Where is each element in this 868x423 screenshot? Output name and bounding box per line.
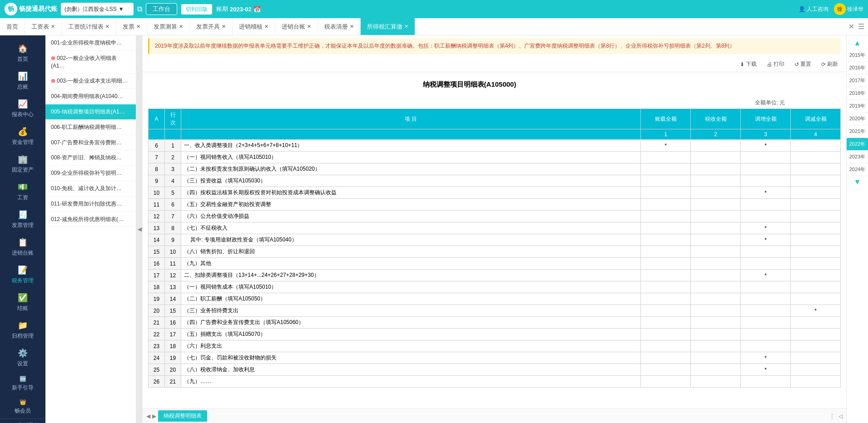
year-2021[interactable]: 2021年 [847, 125, 868, 138]
cell-6-4[interactable] [791, 199, 841, 211]
cell-6-1[interactable] [641, 199, 691, 211]
left-panel-item-009[interactable]: 009-企业所得税弥补亏损明… [45, 166, 136, 181]
item-11[interactable]: （九）其他 [181, 258, 641, 270]
tab-sales-audit[interactable]: 进销稽核 ✕ [233, 18, 275, 35]
cell-4-3[interactable] [741, 175, 791, 187]
item-8[interactable]: （七）不征税收入 [181, 222, 641, 234]
cell-21-3[interactable] [741, 376, 791, 388]
cell-11-4[interactable] [791, 258, 841, 270]
cell-9-1[interactable] [641, 234, 691, 246]
cell-2-4[interactable] [791, 152, 841, 163]
cell-7-2[interactable] [691, 211, 741, 222]
print-button[interactable]: 🖨 打印 [764, 59, 787, 69]
item-13[interactable]: （一）视同销售成本（填写A105010） [181, 281, 641, 293]
cell-16-2[interactable] [691, 317, 741, 329]
sidebar-item-invoice-mgmt[interactable]: 🧾 发票管理 [0, 206, 45, 233]
cell-19-3[interactable]: * [741, 352, 791, 364]
cell-10-2[interactable] [691, 246, 741, 258]
cell-11-3[interactable] [741, 258, 791, 270]
year-up-button[interactable]: ▲ [852, 37, 863, 49]
sidebar-item-member[interactable]: 👑 畅会员 [0, 395, 45, 418]
collapse-arrow[interactable]: ◀ [136, 35, 143, 423]
table-container[interactable]: 纳税调整项目明细表(A105000) 全额单位: 元 A 行次 项 目 [143, 72, 846, 408]
cell-21-2[interactable] [691, 376, 741, 388]
sidebar-item-archive[interactable]: 📁 归档管理 [0, 317, 45, 344]
tab-sales-ledger[interactable]: 进销台账 ✕ [275, 18, 318, 35]
tab-payroll-close[interactable]: ✕ [51, 24, 55, 30]
cell-10-4[interactable] [791, 246, 841, 258]
tab-invoice-open-close[interactable]: ✕ [222, 24, 226, 30]
close-all-icon[interactable]: ✕ [848, 22, 854, 31]
cell-8-1[interactable] [641, 222, 691, 234]
cell-15-2[interactable] [691, 305, 741, 317]
tab-invoice-open[interactable]: 发票开具 ✕ [190, 18, 233, 35]
cell-20-4[interactable] [791, 364, 841, 376]
left-panel-item-008[interactable]: 008-资产折旧、摊销及纳税… [45, 150, 136, 166]
cell-19-2[interactable] [691, 352, 741, 364]
cell-8-4[interactable] [791, 222, 841, 234]
cell-20-3[interactable]: * [741, 364, 791, 376]
cell-3-4[interactable] [791, 163, 841, 175]
download-button[interactable]: ⬇ 下载 [737, 59, 759, 69]
settings-icon[interactable]: ☰ [858, 22, 864, 31]
tab-sales-ledger-close[interactable]: ✕ [307, 24, 311, 30]
cell-12-3[interactable]: * [741, 270, 791, 281]
left-panel-item-002[interactable]: ⊗002-一般企业收入明细表(A1… [45, 51, 136, 74]
cell-4-4[interactable] [791, 175, 841, 187]
cell-13-3[interactable] [741, 281, 791, 293]
item-21[interactable]: （九）…… [181, 376, 641, 388]
sidebar-item-general-ledger[interactable]: 📊 总账 [0, 68, 45, 94]
cell-17-1[interactable] [641, 329, 691, 340]
year-2017[interactable]: 2017年 [847, 74, 868, 87]
tab-income-tax-close[interactable]: ✕ [404, 24, 408, 30]
item-4[interactable]: （三）投资收益（填写A105030） [181, 175, 641, 187]
tab-tax-summary[interactable]: 税表清册 ✕ [318, 18, 361, 35]
cell-15-1[interactable] [641, 305, 691, 317]
cell-12-2[interactable] [691, 270, 741, 281]
item-16[interactable]: （四）广告费和业务宣传费支出（填写A105060） [181, 317, 641, 329]
cell-8-2[interactable] [691, 222, 741, 234]
cell-20-1[interactable] [641, 364, 691, 376]
cell-3-1[interactable] [641, 163, 691, 175]
tab-invoice-close[interactable]: ✕ [136, 24, 140, 30]
tab-scroll-left[interactable]: ◀ [146, 413, 150, 419]
tab-sales-audit-close[interactable]: ✕ [264, 24, 268, 30]
cell-10-3[interactable] [741, 246, 791, 258]
year-2023[interactable]: 2023年 [847, 151, 868, 163]
sidebar-item-home[interactable]: 🏠 首页 [0, 40, 45, 67]
cell-21-4[interactable] [791, 376, 841, 388]
user-menu[interactable]: 徐 徐泽华 [834, 3, 863, 15]
sidebar-item-fixed-assets[interactable]: 🏢 固定资产 [0, 151, 45, 177]
cell-10-1[interactable] [641, 246, 691, 258]
cell-18-3[interactable] [741, 340, 791, 352]
sidebar-item-closing[interactable]: ✅ 结账 [0, 289, 45, 316]
cell-17-3[interactable] [741, 329, 791, 340]
cell-19-1[interactable] [641, 352, 691, 364]
item-14[interactable]: （二）职工薪酬（填写A105050） [181, 293, 641, 305]
item-6[interactable]: （五）交易性金融资产初始投资调整 [181, 199, 641, 211]
item-2[interactable]: （一）视同销售收入（填写A105010） [181, 152, 641, 163]
cell-2-3[interactable] [741, 152, 791, 163]
cell-20-2[interactable] [691, 364, 741, 376]
cell-13-4[interactable] [791, 281, 841, 293]
sidebar-item-tax-mgmt[interactable]: 📝 税务管理 [0, 261, 45, 288]
cell-5-2[interactable] [691, 187, 741, 199]
cell-16-3[interactable] [741, 317, 791, 329]
sidebar-item-purchase-sales[interactable]: 📋 进销台账 [0, 234, 45, 261]
cell-3-3[interactable] [741, 163, 791, 175]
sheet-tab-tax-adjust[interactable]: 纳税调整明细表 [158, 410, 207, 422]
tab-invoice-calc[interactable]: 发票测算 ✕ [147, 18, 190, 35]
period-edit-icon[interactable]: 📅 [253, 6, 261, 13]
tab-invoice-calc-close[interactable]: ✕ [179, 24, 183, 30]
cell-9-3[interactable]: * [741, 234, 791, 246]
cell-7-4[interactable] [791, 211, 841, 222]
cell-6-3[interactable] [741, 199, 791, 211]
item-9[interactable]: 其中: 专项用途财政性资金（填写A105040） [181, 234, 641, 246]
tab-scroll-icon[interactable]: ◁ [838, 413, 843, 419]
left-panel-item-010[interactable]: 010-免税、减计收入及加计… [45, 181, 136, 197]
cell-14-4[interactable] [791, 293, 841, 305]
cell-15-4[interactable]: * [791, 305, 841, 317]
copy-icon[interactable]: ⧉ [137, 5, 142, 13]
cell-8-3[interactable]: * [741, 222, 791, 234]
item-15[interactable]: （三）业务招待费支出 [181, 305, 641, 317]
